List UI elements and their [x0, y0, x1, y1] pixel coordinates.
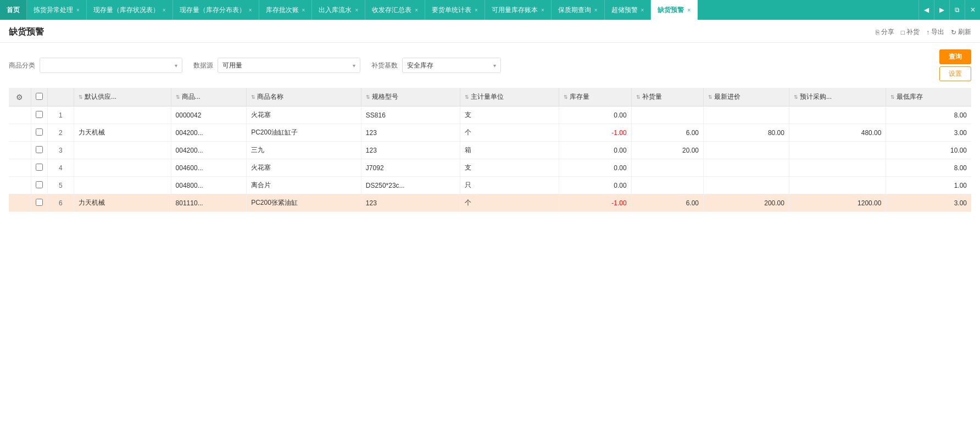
sort-supplier-icon: ⇅ — [79, 94, 83, 100]
th-product-name[interactable]: ⇅ 商品名称 — [247, 88, 361, 107]
tab-close-1[interactable]: × — [76, 7, 80, 13]
row-checkbox[interactable] — [36, 164, 43, 171]
row-stock: 0.00 — [559, 177, 631, 194]
table-row: 2力天机械004200...PC200油缸缸子123个-1.006.0080.0… — [9, 124, 971, 142]
row-checkbox[interactable] — [36, 199, 43, 206]
table-row: 10000042火花塞SS816支0.008.00 — [9, 107, 971, 124]
prev-tab-icon: ◀ — [924, 6, 929, 14]
row-product-code: 004200... — [171, 142, 247, 159]
tab-close-5[interactable]: × — [355, 7, 358, 13]
th-est-purchase[interactable]: ⇅ 预计采购... — [789, 88, 886, 107]
row-check-cell — [31, 142, 47, 159]
header-actions: ⎘ 分享 □ 补货 ↑ 导出 ↻ 刷新 — [876, 27, 971, 37]
tab-item-5[interactable]: 出入库流水× — [312, 0, 365, 20]
tab-close-2[interactable]: × — [163, 7, 166, 13]
window-close-btn[interactable]: ✕ — [965, 0, 980, 20]
row-checkbox[interactable] — [36, 181, 43, 188]
category-chevron-icon: ▾ — [175, 63, 177, 69]
sort-price-icon: ⇅ — [708, 94, 712, 100]
row-unit: 支 — [460, 107, 559, 124]
th-replenish-label: 补货量 — [642, 92, 662, 102]
select-all-checkbox[interactable] — [36, 93, 43, 100]
row-checkbox[interactable] — [36, 146, 43, 153]
th-default-supplier[interactable]: ⇅ 默认供应... — [74, 88, 171, 107]
row-check-cell — [31, 107, 47, 124]
table-gear-icon[interactable]: ⚙ — [16, 93, 23, 102]
sort-spec-icon: ⇅ — [366, 94, 370, 100]
row-checkbox[interactable] — [36, 128, 43, 136]
th-spec[interactable]: ⇅ 规格型号 — [361, 88, 460, 107]
row-est-purchase — [789, 159, 886, 177]
tab-item-7[interactable]: 要货单统计表× — [425, 0, 485, 20]
tab-item-9[interactable]: 保质期查询× — [552, 0, 605, 20]
tab-close-9[interactable]: × — [594, 7, 598, 13]
tab-close-3[interactable]: × — [249, 7, 252, 13]
tab-item-8[interactable]: 可用量库存账本× — [485, 0, 552, 20]
tab-item-home[interactable]: 首页 — [0, 0, 27, 20]
tab-item-2[interactable]: 现存量（库存状况表）× — [87, 0, 173, 20]
datasource-select[interactable]: 可用量 ▾ — [218, 58, 360, 73]
th-latest-price-label: 最新进价 — [714, 92, 740, 102]
tab-close-10[interactable]: × — [641, 7, 644, 13]
tab-item-4[interactable]: 库存批次账× — [259, 0, 313, 20]
row-default-supplier — [74, 107, 171, 124]
row-product-name: PC200油缸缸子 — [247, 124, 361, 142]
row-product-name: PC200张紧油缸 — [247, 194, 361, 212]
tab-next-btn[interactable]: ▶ — [934, 0, 949, 20]
row-spec: SS816 — [361, 107, 460, 124]
window-restore-btn[interactable]: ⧉ — [949, 0, 965, 20]
th-product-code[interactable]: ⇅ 商品... — [171, 88, 247, 107]
tab-item-3[interactable]: 现存量（库存分布表）× — [173, 0, 259, 20]
export-button[interactable]: ↑ 导出 — [926, 27, 944, 37]
table-row: 6力天机械801110...PC200张紧油缸123个-1.006.00200.… — [9, 194, 971, 212]
share-button[interactable]: ⎘ 分享 — [876, 27, 894, 37]
row-latest-price — [704, 159, 789, 177]
query-button[interactable]: 查询 — [939, 49, 971, 64]
replenish-base-select[interactable]: 安全库存 ▾ — [402, 58, 501, 73]
datasource-chevron-icon: ▾ — [353, 63, 355, 69]
sort-unit-icon: ⇅ — [465, 94, 469, 100]
datasource-label: 数据源 — [193, 61, 213, 70]
tab-close-6[interactable]: × — [415, 7, 418, 13]
row-check-cell — [31, 194, 47, 212]
table-row: 5004800...离合片DS250*23c...只0.001.00 — [9, 177, 971, 194]
sort-est-icon: ⇅ — [794, 94, 798, 100]
refresh-button[interactable]: ↻ 刷新 — [951, 27, 971, 37]
row-replenish — [631, 159, 703, 177]
share-label: 分享 — [881, 27, 894, 37]
next-tab-icon: ▶ — [939, 6, 944, 14]
row-spec: DS250*23c... — [361, 177, 460, 194]
th-stock[interactable]: ⇅ 库存量 — [559, 88, 631, 107]
settings-button[interactable]: 设置 — [939, 66, 971, 81]
category-select[interactable]: ▾ — [40, 58, 182, 73]
tab-close-11[interactable]: × — [687, 7, 691, 13]
window-close-icon: ✕ — [970, 6, 976, 14]
row-num: 4 — [47, 159, 74, 177]
row-est-purchase — [789, 177, 886, 194]
row-checkbox[interactable] — [36, 111, 43, 118]
filter-row: 商品分类 ▾ 数据源 可用量 ▾ 补货基数 安全库存 ▾ 查询 设置 — [0, 43, 980, 88]
tab-close-7[interactable]: × — [475, 7, 478, 13]
sort-replenish-icon: ⇅ — [636, 94, 641, 100]
tab-item-6[interactable]: 收发存汇总表× — [365, 0, 425, 20]
tab-item-1[interactable]: 拣货异常处理× — [27, 0, 87, 20]
sort-code-icon: ⇅ — [176, 94, 180, 100]
th-min-stock[interactable]: ⇅ 最低库存 — [886, 88, 971, 107]
tab-item-10[interactable]: 超储预警× — [605, 0, 652, 20]
tab-item-11[interactable]: 缺货预警× — [651, 0, 698, 20]
row-gear-cell — [9, 194, 31, 212]
table-row: 3004200...三九123箱0.0020.0010.00 — [9, 142, 971, 159]
tab-close-8[interactable]: × — [541, 7, 544, 13]
tab-prev-btn[interactable]: ◀ — [918, 0, 934, 20]
row-gear-cell — [9, 142, 31, 159]
export-label: 导出 — [931, 27, 944, 37]
th-unit[interactable]: ⇅ 主计量单位 — [460, 88, 559, 107]
replenish-button[interactable]: □ 补货 — [901, 27, 920, 37]
replenish-base-value: 安全库存 — [407, 61, 433, 70]
tab-close-4[interactable]: × — [302, 7, 305, 13]
th-latest-price[interactable]: ⇅ 最新进价 — [704, 88, 789, 107]
sort-name-icon: ⇅ — [251, 94, 255, 100]
th-replenish[interactable]: ⇅ 补货量 — [631, 88, 703, 107]
row-replenish — [631, 177, 703, 194]
datasource-value: 可用量 — [222, 61, 242, 70]
